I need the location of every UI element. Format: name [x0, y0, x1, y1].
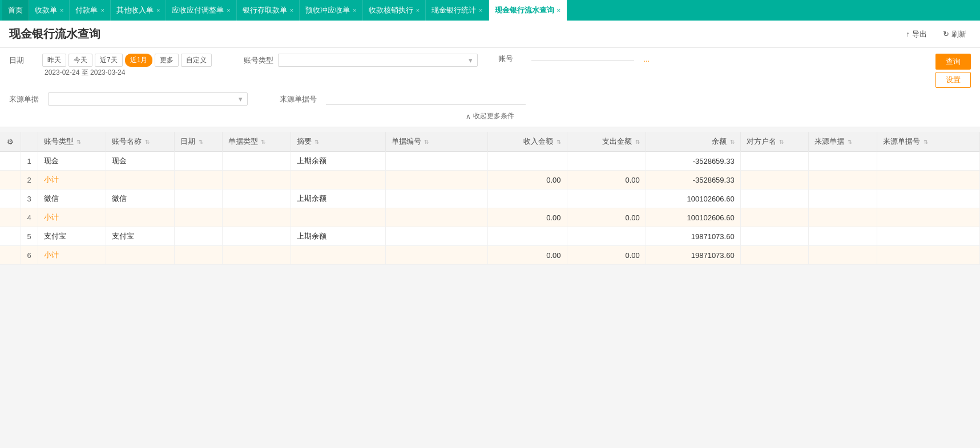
nav-label-receipt: 收款单 — [35, 5, 57, 15]
td-source-doc-no — [877, 171, 980, 189]
nav-label-other-income: 其他收入单 — [116, 5, 154, 15]
th-income[interactable]: 收入金额 ⇅ — [488, 132, 567, 152]
collapse-bar[interactable]: ∧ 收起更多条件 — [9, 109, 971, 123]
th-doc-type[interactable]: 单据类型 ⇅ — [222, 132, 291, 152]
nav-item-cash-bank-flow[interactable]: 现金银行流水查询 × — [489, 0, 567, 21]
nav-close-collect-verify[interactable]: × — [416, 7, 420, 14]
source-doc-select[interactable]: ▾ — [48, 92, 248, 106]
td-summary: 上期余额 — [291, 227, 385, 246]
nav-close-ap-adjust[interactable]: × — [227, 7, 230, 14]
sort-icon-account-name: ⇅ — [145, 139, 150, 145]
td-gear — [0, 171, 21, 189]
date-more[interactable]: 更多 — [155, 54, 179, 67]
source-doc-num-input[interactable] — [326, 94, 526, 105]
td-counterparty — [740, 152, 809, 171]
nav-close-bank-deposit[interactable]: × — [290, 7, 293, 14]
export-button[interactable]: ↑ 导出 — [902, 27, 932, 42]
date-today[interactable]: 今天 — [68, 54, 92, 67]
td-balance: 19871073.60 — [646, 246, 740, 265]
th-counterparty[interactable]: 对方户名 ⇅ — [740, 132, 809, 152]
td-account-type: 小计 — [38, 171, 106, 189]
th-date[interactable]: 日期 ⇅ — [175, 132, 223, 152]
nav-item-collect-verify[interactable]: 收款核销执行 × — [363, 0, 426, 21]
th-source-doc[interactable]: 来源单据 ⇅ — [809, 132, 877, 152]
th-source-doc-no[interactable]: 来源单据号 ⇅ — [877, 132, 980, 152]
sort-icon-account-type: ⇅ — [76, 139, 81, 145]
export-label: 导出 — [912, 29, 927, 39]
th-account-type[interactable]: 账号类型 ⇅ — [38, 132, 106, 152]
sort-icon-expense: ⇅ — [635, 139, 640, 145]
gear-icon: ⚙ — [7, 138, 14, 146]
query-button[interactable]: 查询 — [935, 54, 971, 70]
nav-item-other-income[interactable]: 其他收入单 × — [111, 0, 166, 21]
td-income: 0.00 — [488, 171, 567, 189]
nav-label-collect-verify: 收款核销执行 — [369, 5, 413, 15]
date-1month[interactable]: 近1月 — [125, 54, 153, 67]
td-counterparty — [740, 227, 809, 246]
nav-label-ap-adjust: 应收应付调整单 — [172, 5, 224, 15]
sort-icon-source-doc: ⇅ — [848, 139, 852, 145]
nav-item-ap-adjust[interactable]: 应收应付调整单 × — [166, 0, 236, 21]
date-options: 昨天 今天 近7天 近1月 更多 自定义 — [42, 54, 212, 67]
td-account-type: 支付宝 — [38, 227, 106, 246]
td-account-name: 微信 — [106, 189, 175, 208]
td-source-doc-no — [877, 246, 980, 265]
date-custom[interactable]: 自定义 — [181, 54, 212, 67]
refresh-button[interactable]: ↻ 刷新 — [938, 27, 971, 42]
sort-icon-income: ⇅ — [556, 139, 561, 145]
nav-item-advance-offset[interactable]: 预收冲应收单 × — [300, 0, 362, 21]
date-yesterday[interactable]: 昨天 — [42, 54, 66, 67]
th-balance[interactable]: 余额 ⇅ — [646, 132, 740, 152]
td-doc-type — [222, 152, 291, 171]
td-source-doc — [809, 189, 877, 208]
table-row: 6小计0.000.0019871073.60 — [0, 246, 980, 265]
nav-close-other-income[interactable]: × — [156, 7, 160, 14]
td-doc-type — [222, 227, 291, 246]
nav-close-receipt[interactable]: × — [60, 7, 63, 14]
nav-item-home[interactable]: 首页 — [2, 0, 29, 21]
td-source-doc-no — [877, 208, 980, 227]
td-date — [175, 171, 223, 189]
td-summary: 上期余额 — [291, 152, 385, 171]
th-expense[interactable]: 支出金额 ⇅ — [567, 132, 646, 152]
td-doc-type — [222, 246, 291, 265]
td-counterparty — [740, 171, 809, 189]
td-income — [488, 189, 567, 208]
nav-close-cash-bank-stat[interactable]: × — [479, 7, 482, 14]
table-container: ⚙ 账号类型 ⇅ 账号名称 ⇅ 日期 ⇅ 单据类型 ⇅ — [0, 132, 980, 265]
account-number-field[interactable] — [531, 58, 634, 60]
nav-close-payment[interactable]: × — [100, 7, 104, 14]
nav-item-bank-deposit[interactable]: 银行存取款单 × — [237, 0, 300, 21]
source-doc-num-label: 来源单据号 — [280, 94, 317, 104]
td-gear — [0, 208, 21, 227]
td-doc-no — [385, 189, 488, 208]
nav-close-advance-offset[interactable]: × — [353, 7, 356, 14]
td-doc-no — [385, 208, 488, 227]
account-type-label: 账号类型 — [244, 55, 273, 66]
settings-button[interactable]: 设置 — [935, 72, 971, 88]
td-row-num: 5 — [21, 227, 38, 246]
account-type-select[interactable]: ▾ — [278, 54, 478, 67]
td-date — [175, 246, 223, 265]
th-summary[interactable]: 摘要 ⇅ — [291, 132, 385, 152]
th-account-name[interactable]: 账号名称 ⇅ — [106, 132, 175, 152]
th-gear[interactable]: ⚙ — [0, 132, 21, 152]
td-source-doc-no — [877, 189, 980, 208]
td-expense — [567, 189, 646, 208]
account-more-button[interactable]: ... — [643, 55, 650, 63]
date-7days[interactable]: 近7天 — [95, 54, 123, 67]
th-doc-no[interactable]: 单据编号 ⇅ — [385, 132, 488, 152]
nav-item-cash-bank-stat[interactable]: 现金银行统计 × — [426, 0, 489, 21]
td-balance: 100102606.60 — [646, 189, 740, 208]
nav-item-payment[interactable]: 付款单 × — [70, 0, 110, 21]
export-icon: ↑ — [906, 30, 910, 38]
nav-item-receipt[interactable]: 收款单 × — [29, 0, 70, 21]
td-doc-type — [222, 171, 291, 189]
nav-close-cash-bank-flow[interactable]: × — [557, 7, 560, 14]
td-doc-no — [385, 171, 488, 189]
td-balance: 100102606.60 — [646, 208, 740, 227]
sort-icon-counterparty: ⇅ — [779, 139, 784, 145]
td-income — [488, 152, 567, 171]
td-doc-no — [385, 227, 488, 246]
td-account-name — [106, 208, 175, 227]
